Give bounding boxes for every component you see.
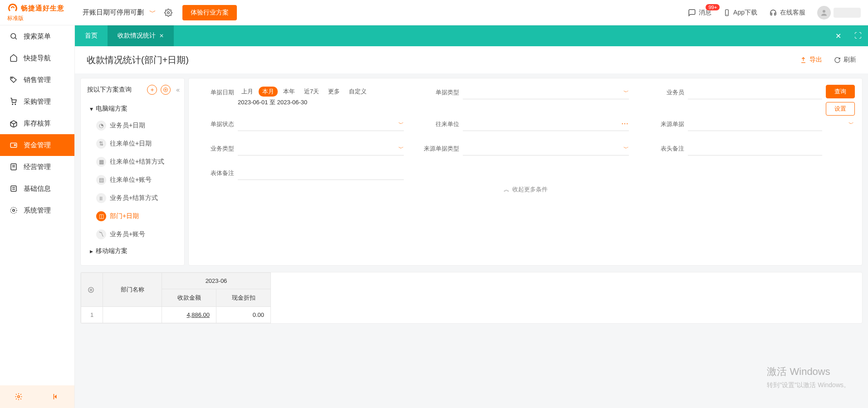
tab-fullscreen-icon[interactable]: ⛶	[848, 32, 868, 40]
range-this-year[interactable]: 本年	[280, 87, 299, 97]
svg-point-19	[18, 396, 20, 398]
nav-funds[interactable]: 资金管理	[0, 134, 74, 156]
caret-right-icon: ▸	[90, 248, 93, 255]
nav-inventory[interactable]: 库存核算	[0, 112, 74, 134]
tab-bar: 首页 收款情况统计 ✕ ✕ ⛶	[75, 25, 868, 46]
svg-point-10	[15, 145, 16, 146]
nav-basic[interactable]: 基础信息	[0, 178, 74, 199]
report-icon	[9, 162, 18, 171]
cell-dept	[103, 307, 162, 323]
user-menu[interactable]	[817, 6, 861, 19]
cell-amount[interactable]: 4,886.00	[162, 307, 216, 323]
svg-point-3	[823, 10, 825, 13]
trend-icon: 〽	[96, 229, 106, 239]
footer-settings-icon[interactable]	[15, 393, 23, 401]
home-icon	[9, 53, 18, 63]
gear-icon	[88, 287, 94, 293]
more-icon[interactable]: ⋯	[621, 119, 629, 128]
head-remark-input[interactable]	[688, 143, 822, 155]
svg-point-23	[88, 287, 93, 292]
filter-form: 查询 设置 单据日期 上月 本月 本年 近7天 更多	[188, 78, 863, 266]
source-bill-select[interactable]	[688, 118, 822, 131]
scheme-item-salesman-date[interactable]: ◔业务员+日期	[96, 117, 180, 135]
experience-button[interactable]: 体验行业方案	[182, 5, 237, 20]
col-discount: 现金折扣	[216, 289, 271, 307]
nav-system[interactable]: 系统管理	[0, 199, 74, 221]
svg-point-21	[164, 88, 168, 92]
wallet-icon	[9, 141, 18, 150]
customer-service-link[interactable]: 在线客服	[769, 9, 805, 17]
scheme-item-partner-account[interactable]: ▤往来单位+账号	[96, 171, 180, 189]
source-bill-type-select[interactable]	[463, 143, 629, 155]
scheme-group-mobile[interactable]: ▸移动端方案	[87, 243, 180, 259]
footer-collapse-icon[interactable]	[52, 393, 60, 401]
salesman-input[interactable]	[688, 87, 822, 99]
chat-icon	[688, 9, 696, 17]
col-dept: 部门名称	[103, 273, 162, 307]
chevron-down-icon: ﹀	[398, 120, 404, 128]
table-settings-header[interactable]	[81, 273, 103, 307]
tab-home[interactable]: 首页	[75, 25, 108, 46]
range-last7[interactable]: 近7天	[300, 87, 323, 97]
nav-sales[interactable]: 销售管理	[0, 69, 74, 91]
grid-icon: ▦	[96, 157, 106, 167]
nav-quick[interactable]: 快捷导航	[0, 47, 74, 69]
tab-current[interactable]: 收款情况统计 ✕	[108, 25, 174, 46]
partner-input[interactable]	[463, 118, 629, 131]
range-custom[interactable]: 自定义	[345, 87, 370, 97]
scheme-item-salesman-settle[interactable]: ⫼业务员+结算方式	[96, 189, 180, 207]
scheme-item-dept-date[interactable]: ◫部门+日期	[96, 207, 180, 225]
scheme-item-partner-settle[interactable]: ▦往来单位+结算方式	[96, 153, 180, 171]
cog-icon	[9, 206, 18, 215]
caret-down-icon: ▾	[90, 105, 93, 112]
biz-type-select[interactable]	[238, 143, 404, 155]
svg-point-6	[12, 78, 13, 79]
close-icon[interactable]: ✕	[159, 33, 164, 39]
account-selector[interactable]: 开账日期可停用可删 ﹀	[83, 8, 156, 17]
brand-logo: 畅捷通好生意 标准版	[7, 3, 64, 22]
bill-status-select[interactable]	[238, 118, 404, 131]
label-bill-date: 单据日期	[197, 87, 234, 97]
label-body-remark: 表体备注	[197, 167, 234, 177]
messages-link[interactable]: 消息 99+	[688, 9, 711, 17]
svg-point-17	[13, 209, 15, 212]
bill-type-select[interactable]	[463, 87, 629, 99]
card-icon: ▤	[96, 175, 106, 185]
messages-badge: 99+	[706, 4, 720, 10]
phone-icon	[723, 9, 731, 16]
nav-purchase[interactable]: 采购管理	[0, 91, 74, 112]
chevron-up-double-icon: ︽	[504, 186, 510, 193]
label-bill-status: 单据状态	[197, 118, 234, 128]
refresh-button[interactable]: 刷新	[834, 56, 856, 64]
range-this-month[interactable]: 本月	[259, 87, 278, 97]
collapse-panel-icon[interactable]: «	[176, 86, 180, 93]
top-bar: 畅捷通好生意 标准版 开账日期可停用可删 ﹀ 体验行业方案 消息 99+ App…	[0, 0, 868, 25]
app-download-link[interactable]: App下载	[723, 9, 757, 17]
collapse-conditions-button[interactable]: ︽收起更多条件	[197, 180, 854, 198]
headset-icon	[769, 9, 777, 17]
tab-close-all-icon[interactable]: ✕	[828, 32, 848, 40]
nav-search[interactable]: 搜索菜单	[0, 25, 74, 47]
settings-icon[interactable]	[164, 9, 172, 17]
body-remark-input[interactable]	[238, 167, 404, 180]
add-scheme-button[interactable]: ＋	[147, 85, 157, 95]
account-name: 开账日期可停用可删	[83, 8, 144, 17]
label-biz-type: 业务类型	[197, 143, 234, 153]
scheme-group-pc[interactable]: ▾电脑端方案	[87, 101, 180, 117]
nav-operation[interactable]: 经营管理	[0, 156, 74, 178]
more-icon[interactable]: ⋯	[846, 87, 854, 96]
scheme-item-partner-date[interactable]: ⇅往来单位+日期	[96, 135, 180, 153]
filter-scheme-title: 按以下方案查询	[87, 86, 132, 94]
label-head-remark: 表头备注	[647, 143, 684, 153]
export-button[interactable]: 导出	[800, 56, 822, 64]
range-last-month[interactable]: 上月	[238, 87, 257, 97]
label-source-bill-type: 来源单据类型	[422, 143, 459, 153]
scheme-item-salesman-account[interactable]: 〽业务员+账号	[96, 225, 180, 243]
form-settings-button[interactable]: 设置	[826, 102, 855, 116]
col-period: 2023-06	[162, 273, 271, 289]
range-more[interactable]: 更多	[324, 87, 343, 97]
table-row[interactable]: 1 4,886.00 0.00	[81, 307, 271, 323]
brand-name: 畅捷通好生意	[21, 4, 64, 13]
scheme-settings-button[interactable]	[161, 85, 171, 95]
svg-point-8	[15, 104, 16, 105]
